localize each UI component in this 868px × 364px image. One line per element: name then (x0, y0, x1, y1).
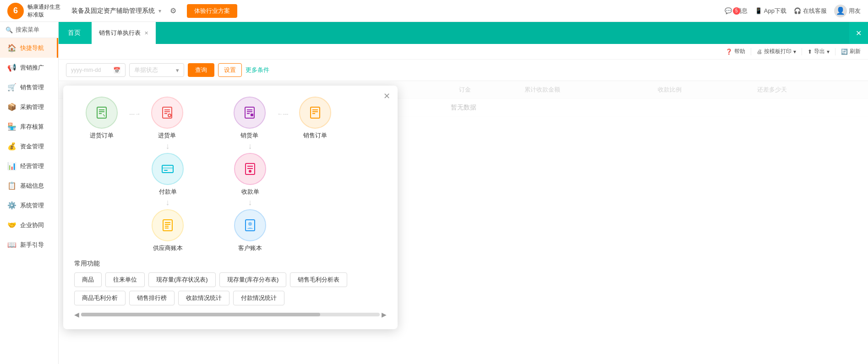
date-from-input[interactable]: yyyy-mm-dd 📅 (66, 63, 126, 77)
calendar-icon: 📅 (113, 67, 120, 74)
status-select[interactable]: 单据状态 ▾ (129, 63, 184, 77)
common-functions: 常用功能 商品 往来单位 现存量(库存状况表) 现存量(库存分布表) 销售毛利分… (74, 260, 387, 305)
help-button[interactable]: ❓ 帮助 (726, 48, 745, 55)
func-btn-product-profit[interactable]: 商品毛利分析 (74, 291, 126, 305)
sidebar-item-finance[interactable]: 💰 资金管理 (0, 136, 58, 156)
common-functions-title: 常用功能 (74, 260, 387, 268)
purchase-bill-label: 进货单 (158, 131, 176, 140)
help-icon: ❓ (726, 49, 732, 55)
flow-node-customer[interactable]: ↓ 客户账本 (223, 198, 278, 252)
flow-node-purchase-order[interactable]: 进货订单 (74, 97, 129, 140)
tab-bar: 首页 销售订单执行表 ✕ ✕ (59, 22, 868, 44)
search-icon: 🔍 (5, 27, 13, 33)
sidebar-item-sales[interactable]: 🛒 销售管理 (0, 77, 58, 97)
user-menu[interactable]: 👤 用友 (834, 5, 861, 17)
inventory-icon: 🏪 (7, 122, 16, 131)
quick-nav-modal: ✕ 进货订单 (63, 86, 398, 329)
down-arrow-supplier: ↓ (166, 198, 170, 207)
func-btn-inventory-distribution[interactable]: 现存量(库存分布表) (219, 272, 287, 287)
svg-rect-11 (245, 107, 254, 118)
purchase-icon: 📦 (7, 103, 16, 111)
home-icon: 🏠 (7, 43, 16, 52)
customer-label: 客户账本 (238, 244, 262, 252)
sidebar-item-system[interactable]: ⚙️ 系统管理 (0, 196, 58, 215)
logo-area: 6 畅康通好生意 标准版 (7, 3, 62, 19)
print-chevron-icon: ▾ (793, 49, 796, 55)
setting-button[interactable]: 设置 (218, 63, 242, 77)
system-icon: ⚙️ (7, 201, 16, 210)
func-btn-product[interactable]: 商品 (74, 272, 102, 287)
more-conditions-toggle[interactable]: 更多条件 (246, 66, 269, 74)
avatar: 👤 (834, 5, 847, 17)
sidebar-item-collaboration[interactable]: 🤝 企业协同 (0, 215, 58, 235)
purchase-order-label: 进货订单 (90, 131, 114, 140)
divider (751, 48, 751, 55)
try-industry-button[interactable]: 体验行业方案 (187, 4, 237, 18)
sidebar-item-tutorial[interactable]: 📖 新手引导 (0, 235, 58, 255)
down-arrow-payment: ↓ (166, 141, 170, 151)
sidebar-item-quick-nav[interactable]: 🏠 快捷导航 (0, 38, 58, 58)
download-icon: 📱 (755, 7, 762, 14)
arrow-sales-order-to-bill: ← - - - (277, 110, 288, 126)
app-download-button[interactable]: 📱 App下载 (755, 7, 786, 15)
system-title: 装备及固定资产辅助管理系统 ▾ (71, 7, 161, 15)
flow-node-sales-bill[interactable]: 销货单 (222, 97, 277, 140)
settings-button[interactable]: ⚙ (167, 5, 180, 17)
tab-home[interactable]: 首页 (59, 22, 90, 44)
payment-label: 付款单 (159, 188, 177, 196)
export-chevron-icon: ▾ (827, 49, 830, 55)
tab-sales-order-execution[interactable]: 销售订单执行表 ✕ (92, 22, 156, 44)
table-area: 品 商品 金额 预估毛利 预估毛利率 订金 累计收款金额 收款比例 还差多少天 (59, 81, 868, 364)
logo-text: 畅康通好生意 标准版 (27, 3, 60, 19)
tab-rest-area (156, 22, 849, 44)
status-chevron-icon: ▾ (176, 67, 179, 74)
message-count-badge: 5 (733, 7, 740, 15)
function-buttons: 商品 往来单位 现存量(库存状况表) 现存量(库存分布表) 销售毛利分析表 商品… (74, 272, 387, 305)
online-service-button[interactable]: 🎧 在线客服 (794, 7, 827, 15)
chevron-down-icon[interactable]: ▾ (158, 8, 161, 14)
func-btn-contacts[interactable]: 往来单位 (105, 272, 145, 287)
customer-icon (234, 209, 266, 241)
scroll-thumb[interactable] (81, 313, 320, 316)
refresh-icon: 🔄 (841, 49, 848, 55)
flow-node-purchase-bill[interactable]: 进货单 (140, 97, 195, 140)
sidebar-item-purchase[interactable]: 📦 采购管理 (0, 97, 58, 117)
flow-node-payment[interactable]: ↓ 付款单 (140, 141, 195, 196)
sidebar-item-inventory[interactable]: 🏪 库存核算 (0, 117, 58, 136)
sales-order-label: 销售订单 (303, 131, 327, 140)
horizontal-scrollbar[interactable]: ◀ ▶ (74, 311, 387, 318)
scroll-right-arrow[interactable]: ▶ (382, 311, 387, 318)
tutorial-icon: 📖 (7, 240, 16, 249)
tab-close-icon[interactable]: ✕ (144, 30, 148, 36)
func-btn-sales-profit[interactable]: 销售毛利分析表 (290, 272, 347, 287)
flow-node-supplier[interactable]: ↓ 供应商账本 (140, 198, 195, 252)
export-button[interactable]: ⬆ 导出 ▾ (808, 48, 830, 55)
func-btn-sales-ranking[interactable]: 销售排行榜 (129, 291, 175, 305)
search-menu-button[interactable]: 🔍 搜索菜单 (0, 22, 58, 38)
func-btn-payment-stats[interactable]: 付款情况统计 (233, 291, 284, 305)
marketing-icon: 📢 (7, 63, 16, 72)
func-btn-inventory-status[interactable]: 现存量(库存状况表) (148, 272, 216, 287)
print-button[interactable]: 🖨 按模板打印 ▾ (757, 48, 796, 55)
content-area: 首页 销售订单执行表 ✕ ✕ ❓ 帮助 🖨 按模板打印 (59, 22, 868, 364)
sidebar-item-basic-info[interactable]: 📋 基础信息 (0, 176, 58, 196)
sidebar-item-operations[interactable]: 📊 经营管理 (0, 156, 58, 176)
sidebar-item-marketing[interactable]: 📢 营销推广 (0, 58, 58, 77)
message-button[interactable]: 💬 5 消息 (725, 7, 748, 15)
sales-icon: 🛒 (7, 83, 16, 92)
scroll-left-arrow[interactable]: ◀ (74, 311, 79, 318)
down-arrow-customer: ↓ (248, 198, 252, 207)
flow-node-receipt[interactable]: ↓ 收款单 (223, 141, 278, 196)
refresh-button[interactable]: 🔄 刷新 (841, 48, 861, 55)
basic-info-icon: 📋 (7, 181, 16, 190)
close-all-tabs-button[interactable]: ✕ (849, 22, 868, 44)
modal-close-button[interactable]: ✕ (383, 91, 390, 101)
func-btn-receipt-stats[interactable]: 收款情况统计 (178, 291, 229, 305)
svg-rect-16 (311, 107, 320, 118)
query-button[interactable]: 查询 (188, 63, 214, 77)
purchase-order-icon (86, 97, 118, 129)
down-arrow-receipt: ↓ (248, 141, 252, 151)
flow-node-sales-order[interactable]: 销售订单 (288, 97, 343, 140)
scroll-track[interactable] (81, 313, 380, 316)
filter-bar: yyyy-mm-dd 📅 单据状态 ▾ 查询 设置 更多条件 (59, 60, 868, 81)
